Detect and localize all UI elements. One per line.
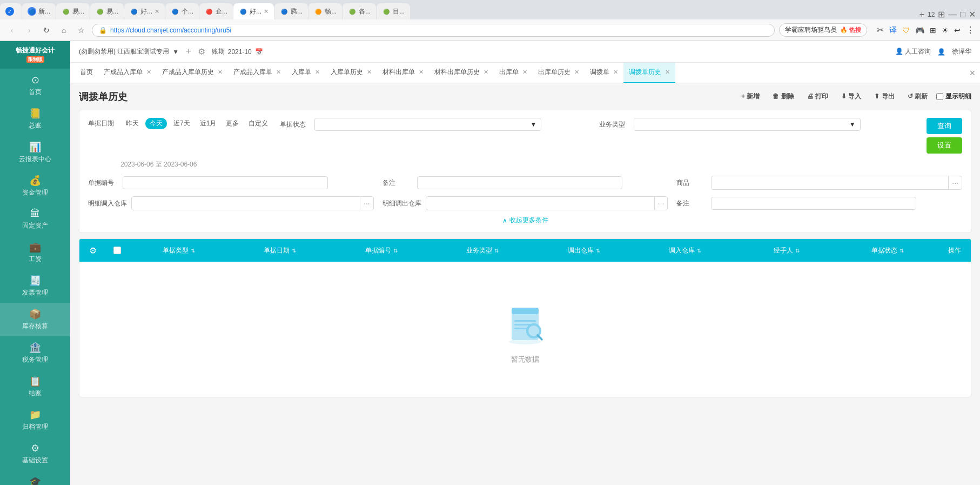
url-bar[interactable]: 🔒 https://cloud.chanjet.com/accounting/u…: [92, 24, 775, 37]
page-tab-4-close[interactable]: ✕: [315, 69, 320, 76]
goods-text-input[interactable]: [711, 177, 948, 189]
th-biz-type[interactable]: 业务类型 ⇅: [432, 239, 534, 262]
sidebar-item-closing[interactable]: 📋 结账: [0, 370, 70, 403]
setting-btn[interactable]: 设置: [927, 137, 962, 154]
display-checkbox[interactable]: [936, 93, 943, 100]
maximize-btn[interactable]: □: [960, 10, 965, 19]
import-btn[interactable]: ⬇ 导入: [837, 90, 865, 103]
menu-icon[interactable]: ⋮: [966, 25, 975, 35]
customer-service-btn[interactable]: 👤 人工咨询: [895, 47, 931, 56]
new-tab-btn[interactable]: +: [919, 10, 924, 19]
close-window-btn[interactable]: ✕: [969, 9, 976, 19]
page-tab-1[interactable]: 产成品入库单 ✕: [98, 63, 157, 83]
page-tab-home[interactable]: 首页: [75, 63, 98, 83]
page-tab-5[interactable]: 入库单历史 ✕: [325, 63, 377, 83]
th-handler[interactable]: 经手人 ⇅: [736, 239, 837, 262]
browser-tab-5[interactable]: 🔵 个...: [165, 3, 199, 19]
browser-tab-9[interactable]: 🟠 畅...: [308, 3, 342, 19]
page-tab-3[interactable]: 产成品入库单 ✕: [228, 63, 286, 83]
detail-out-text-input[interactable]: [426, 197, 654, 209]
sidebar-item-archive[interactable]: 📁 归档管理: [0, 403, 70, 437]
page-tab-6-close[interactable]: ✕: [419, 69, 424, 76]
page-tab-5-close[interactable]: ✕: [367, 69, 372, 76]
close-all-tabs-btn[interactable]: ✕: [969, 69, 976, 77]
page-tab-8[interactable]: 出库单 ✕: [494, 63, 533, 83]
page-tab-10-close[interactable]: ✕: [613, 69, 618, 76]
sidebar-item-inventory[interactable]: 📦 库存核算: [0, 303, 70, 336]
minimize-btn[interactable]: —: [948, 10, 957, 19]
status-filter-select[interactable]: ▼: [314, 118, 541, 131]
browser-tab-7-close[interactable]: ✕: [264, 8, 269, 15]
page-tab-10[interactable]: 调拨单 ✕: [585, 63, 623, 83]
th-settings[interactable]: ⚙: [79, 239, 106, 262]
date-today-btn[interactable]: 今天: [145, 118, 167, 129]
sidebar-item-reports[interactable]: 📊 云报表中心: [0, 136, 70, 169]
browser-tab-6[interactable]: 🔴 企...: [199, 3, 233, 19]
calendar-icon[interactable]: 📅: [255, 48, 263, 56]
translate-icon[interactable]: 译: [889, 25, 897, 35]
collapse-filter-btn[interactable]: ∧ 收起更多条件: [88, 216, 962, 225]
page-tab-3-close[interactable]: ✕: [276, 69, 281, 76]
browser-tab-3[interactable]: 🟢 易...: [90, 3, 124, 19]
date-7days-btn[interactable]: 近7天: [170, 118, 193, 129]
sidebar-item-settings[interactable]: ⚙ 基础设置: [0, 437, 70, 470]
reload-btn[interactable]: ↻: [40, 24, 53, 37]
date-more-btn[interactable]: 更多: [223, 118, 242, 129]
print-btn[interactable]: 🖨 打印: [803, 90, 833, 103]
browser-tab-8[interactable]: 🔵 腾...: [274, 3, 308, 19]
page-tab-7-close[interactable]: ✕: [484, 69, 488, 76]
browser-tab-11[interactable]: 🟢 目...: [377, 3, 410, 19]
sidebar-item-home[interactable]: ⊙ 首页: [0, 69, 70, 102]
page-tab-4[interactable]: 入库单 ✕: [286, 63, 325, 83]
browser-tab-10[interactable]: 🟢 各...: [343, 3, 376, 19]
sidebar-item-tax[interactable]: 🏦 税务管理: [0, 336, 70, 370]
home-btn[interactable]: ⌂: [57, 24, 70, 37]
page-tab-2[interactable]: 产成品入库单历史 ✕: [157, 63, 228, 83]
new-btn[interactable]: + 新增: [737, 90, 764, 103]
browser-tab-4-close[interactable]: ✕: [155, 8, 159, 15]
detail-in-text-input[interactable]: [132, 197, 360, 209]
browser-tab-2[interactable]: 🟢 易...: [56, 3, 90, 19]
search-btn[interactable]: 查询: [927, 118, 962, 134]
th-out-warehouse[interactable]: 调出仓库 ⇅: [533, 239, 635, 262]
detail-in-dots-btn[interactable]: ···: [360, 197, 373, 210]
doc-no-input[interactable]: [123, 176, 328, 189]
company-selector[interactable]: (勿删勿禁用) 江西服宝测试专用 ▼: [79, 47, 179, 56]
sidebar-item-wages[interactable]: 💼 工资: [0, 236, 70, 269]
th-doc-type[interactable]: 单据类型 ⇅: [128, 239, 230, 262]
remark2-input[interactable]: [711, 197, 916, 210]
back-btn[interactable]: ‹: [5, 24, 18, 37]
header-checkbox[interactable]: [113, 247, 121, 254]
page-tab-8-close[interactable]: ✕: [522, 69, 527, 76]
sidebar-item-ledger[interactable]: 📒 总账: [0, 102, 70, 136]
page-tab-7[interactable]: 材料出库单历史 ✕: [429, 63, 494, 83]
page-tab-2-close[interactable]: ✕: [218, 69, 223, 76]
display-toggle[interactable]: 显示明细: [936, 92, 971, 101]
th-status[interactable]: 单据状态 ⇅: [837, 239, 939, 262]
page-tab-11-close[interactable]: ✕: [665, 69, 670, 76]
th-checkbox[interactable]: [106, 239, 128, 262]
export-btn[interactable]: ⬆ 导出: [870, 90, 898, 103]
goods-dots-btn[interactable]: ···: [948, 176, 962, 189]
browser-tab-logo[interactable]: ✓: [0, 3, 22, 19]
refresh-btn[interactable]: ↺ 刷新: [903, 90, 932, 103]
th-in-warehouse[interactable]: 调入仓库 ⇅: [635, 239, 736, 262]
bookmark-btn[interactable]: ☆: [75, 24, 88, 37]
page-tab-6[interactable]: 材料出库单 ✕: [377, 63, 429, 83]
browser-tab-7[interactable]: 🔵 好... ✕: [233, 3, 274, 19]
sidebar-item-guide[interactable]: 🎓 新手引导: [0, 470, 70, 485]
th-doc-no[interactable]: 单据编号 ⇅: [331, 239, 432, 262]
user-avatar[interactable]: 👤: [937, 48, 945, 56]
add-company-btn[interactable]: +: [185, 46, 191, 57]
delete-btn[interactable]: 🗑 删除: [768, 90, 798, 103]
detail-out-dots-btn[interactable]: ···: [654, 197, 668, 210]
browser-tab-1[interactable]: 🔵 新...: [22, 3, 56, 19]
date-custom-btn[interactable]: 自定义: [245, 118, 271, 129]
th-doc-date[interactable]: 单据日期 ⇅: [230, 239, 331, 262]
sidebar-item-assets[interactable]: 🏛 固定资产: [0, 203, 70, 236]
browser-tab-4[interactable]: 🔵 好... ✕: [124, 3, 165, 19]
page-tab-1-close[interactable]: ✕: [146, 69, 151, 76]
settings-gear-btn[interactable]: ⚙: [198, 46, 205, 57]
settings-gear-icon[interactable]: ⚙: [89, 245, 97, 256]
date-1month-btn[interactable]: 近1月: [197, 118, 220, 129]
